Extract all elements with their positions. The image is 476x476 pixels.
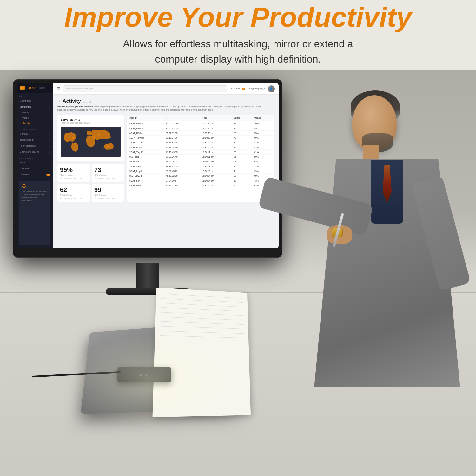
sidebar-item-versions[interactable]: Versions 2: [17, 172, 53, 178]
cell-ip: 71.11.97.26: [164, 136, 200, 140]
hamburger-icon[interactable]: ☰: [57, 86, 61, 91]
notepad-line: [161, 294, 243, 299]
table-row: 43 AT_DFrtVs 132.21.32.625 16:55:44 pm 3…: [127, 121, 274, 126]
shield-icon: 🛡: [22, 183, 48, 189]
col-usage: Usage: [252, 115, 274, 121]
stat-memory-value: 95%: [60, 166, 87, 174]
cell-value: 42: [232, 136, 252, 140]
page-container: Improve Your Productivity Allows for eff…: [0, 0, 476, 476]
cell-usage: 61%: [252, 150, 274, 155]
versions-count-badge: 8: [242, 88, 245, 90]
cell-value: 25: [232, 183, 252, 188]
versions-label: VERSIONS: [230, 88, 241, 90]
user-avatar[interactable]: 👤: [268, 85, 275, 92]
stat-cpu2: 62 CPU2 Usage ⏱ Updated: 16:34:15 pm: [57, 184, 90, 202]
cell-ip: 32.52.33.65: [164, 126, 200, 131]
page-title: Activity: [63, 98, 81, 104]
sidebar-item-basic[interactable]: Basic: [17, 160, 53, 166]
svg-point-3: [107, 145, 109, 147]
sidebar-section-main: Main: [17, 93, 53, 98]
luna-version-badge: v1.0: [39, 87, 45, 89]
col-time: Time: [199, 115, 231, 121]
luna-topbar: ☰ Search data for analysis VERSIONS 8 lu…: [53, 83, 279, 95]
main-headline: Improve Your Productivity: [64, 3, 412, 31]
stat-cpu1-updated: ⏱ Updated: 16:34:15 pm: [94, 177, 122, 179]
trend-icon: ↗: [57, 99, 61, 104]
cell-job-id: 43 AT_DFrtVs: [127, 126, 164, 131]
cell-ip: 49.33.96.31: [164, 159, 200, 164]
cell-ip: 132.21.32.625: [164, 121, 200, 126]
cell-ip: 71.21.26.40: [164, 155, 200, 159]
cell-time: 16:55:44 pm: [199, 121, 231, 126]
data-table-card: Job ID IP Time Value Usage: [127, 115, 274, 202]
cell-time: 16:34:09 pm: [199, 136, 231, 140]
cell-ip: 48.51.22.79: [164, 174, 200, 178]
cell-job-id: 22 AT_VYyAF: [127, 150, 164, 155]
server-activity-card: Server activity Real time geographically…: [57, 115, 124, 161]
chevron-icon: ▾: [49, 168, 50, 170]
table-row: 43 AT_DFrtVs 32.52.33.65 17:66:55 pm 34 …: [127, 126, 274, 131]
cell-ip: 41.43.49.65: [164, 150, 200, 155]
cell-time: 16:34:14 pm: [199, 174, 231, 178]
sidebar-item-activity[interactable]: Activity: [17, 121, 53, 126]
activity-table: Job ID IP Time Value Usage: [127, 115, 274, 188]
stat-cpu3-updated: ⏱ Updated: 16:34:15 pm: [94, 197, 122, 199]
clock-icon: ⏱: [94, 197, 96, 199]
notepad-line: [161, 307, 243, 312]
top-text-section: Improve Your Productivity Allows for eff…: [0, 0, 476, 70]
cell-job-id: 27 AT_aaVKI: [127, 164, 164, 169]
cell-value: 34: [232, 126, 252, 131]
col-ip: IP: [164, 115, 200, 121]
left-column: Server activity Real time geographically…: [57, 115, 124, 202]
cell-usage: 39%: [252, 169, 274, 174]
sidebar-item-dashboard[interactable]: Dashboard: [17, 98, 53, 104]
sidebar-item-general[interactable]: General ▾: [17, 131, 53, 137]
cell-time: 16:34:11 pm: [199, 150, 231, 155]
cell-ip: 95.73.62.99: [164, 183, 200, 188]
table-row: 100 AT_ZfwcO 71.11.97.26 16:34:09 pm 42 …: [127, 136, 274, 140]
cell-job-id: 24 AT_TOx3C: [127, 140, 164, 145]
cell-job-id: 43 AT_DFrtVs: [127, 131, 164, 136]
sidebar-section-ui-elements: UI Elements: [17, 126, 53, 131]
stat-memory-updated: ⏱ Updated: 16:34:15 pm: [60, 177, 87, 179]
page-example-label: example: [83, 101, 92, 103]
sidebar-item-usage[interactable]: Usage: [17, 115, 53, 121]
cell-time: 16:34:15 pm: [199, 183, 231, 188]
stat-cpu2-label: CPU2 Usage: [60, 194, 87, 196]
chevron-icon: ▾: [49, 139, 50, 141]
stat-memory-label: Memory usage: [60, 174, 87, 176]
cell-ip: 87.88.45.79: [164, 169, 200, 174]
cell-job-id: 42 AT_PeleQ: [127, 183, 164, 188]
sidebar-item-monitoring[interactable]: Monitoring ▾: [17, 104, 53, 110]
sidebar-item-forms[interactable]: Form elements ▾: [17, 143, 53, 149]
cell-ip: 93.84.24.70: [164, 145, 200, 150]
notepad-line: [160, 326, 244, 329]
sidebar-item-tables[interactable]: Tables design ▾: [17, 137, 53, 143]
cell-job-id: 43 AT_DFrtVs: [127, 121, 164, 126]
table-row: 27 AT_aaVKI 16.39.32.45 16:34:13 pm 35 3…: [127, 164, 274, 169]
cell-time: 17:66:55 pm: [199, 126, 231, 131]
stat-memory: 95% Memory usage ⏱ Updated: 16:34:15 pm: [57, 164, 90, 182]
svg-point-2: [98, 134, 100, 136]
stat-cpu2-updated: ⏱ Updated: 16:34:15 pm: [60, 197, 87, 199]
versions-button[interactable]: VERSIONS 8: [230, 88, 245, 90]
search-bar[interactable]: Search data for analysis: [63, 85, 227, 92]
user-email: luna@company.io: [248, 88, 265, 90]
sidebar-item-metrics[interactable]: Metrics: [17, 110, 53, 115]
stat-cpu3: 99 CPU3 Usage ⏱ Updated: 16:34:15 pm: [92, 184, 124, 202]
cell-job-id: 27 AT_atFLD: [127, 159, 164, 164]
topbar-right: VERSIONS 8 luna@company.io 👤: [230, 85, 275, 92]
sidebar-shield-box: 🛡 LUNA admin theme with Dark UI style fo…: [19, 181, 50, 245]
monitor: L LUNA v1.0 Main Dashboard Monitoring ▾ …: [13, 79, 282, 295]
cell-usage: 10%: [252, 121, 274, 126]
sidebar-item-charts[interactable]: Charts and graphs ▾: [17, 149, 53, 155]
content-body: Server activity Real time geographically…: [57, 115, 274, 202]
server-activity-subtitle: Real time geographically activity: [61, 122, 121, 124]
world-map-chart: [61, 127, 121, 157]
table-row: 8 AT_JDVJd 48.51.22.79 16:34:14 pm 37 69…: [127, 174, 274, 178]
sidebar-item-common[interactable]: Common ▾: [17, 166, 53, 172]
cell-usage: 32%: [252, 164, 274, 169]
col-job-id: Job ID: [127, 115, 164, 121]
notepad-line: [161, 303, 243, 307]
cell-usage: 8%: [252, 126, 274, 131]
